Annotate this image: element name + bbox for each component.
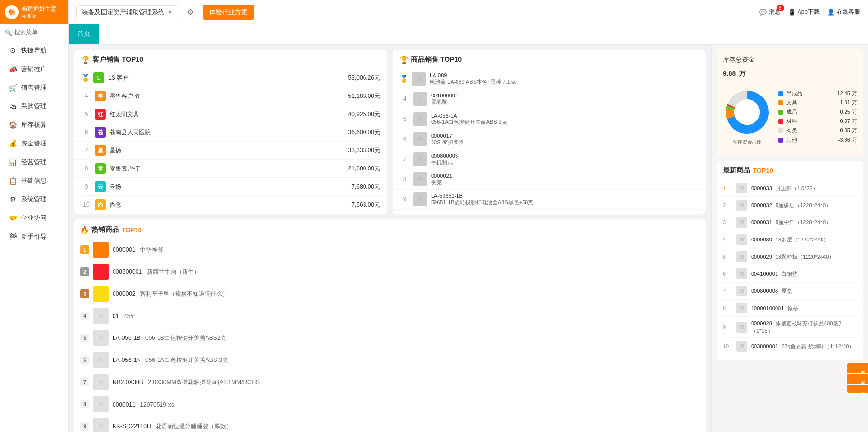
system-selector[interactable]: 装备及固定资产辅助管理系统 ▼ <box>76 5 178 19</box>
new-product-row: 5 图 0000029 18颗粒板（1220*2440） <box>723 248 857 265</box>
message-icon: 💬 <box>759 9 767 16</box>
messages-button[interactable]: 💬 消息 6 <box>759 8 780 16</box>
new-product-thumb: 图 <box>736 286 747 296</box>
app-download-button[interactable]: 📱 App下载 <box>788 8 820 16</box>
product-name: 雪地靴 <box>431 98 699 106</box>
sidebar-nav: ⊙快捷导航📣营销推广🛒销售管理🛍采购管理🏠库存核算💰资金管理📊经营管理📋基础信息… <box>0 41 68 246</box>
new-product-name: 原垒 <box>787 305 798 311</box>
logo-text: 畅捷通好生意 标准版 <box>22 5 57 20</box>
new-product-row: 8 图 10000100001 原垒 <box>723 300 857 317</box>
sidebar-item-quick-nav[interactable]: ⊙快捷导航 <box>0 41 68 60</box>
customer-avatar: 苍 <box>95 127 106 138</box>
new-product-info: 003800001 22g鱼豆腐-烧烤味（1*12*20） <box>751 343 857 350</box>
customer-row: 🥇 L LS 客户 53,006.26元 <box>74 69 387 87</box>
product-card-header: 🏆 商品销售 TOP10 <box>393 50 706 69</box>
hot-product-code: LA-056-1B <box>113 335 140 341</box>
new-product-rank: 1 <box>723 185 732 191</box>
product-code: 0000021 <box>431 173 699 179</box>
hot-product-name: 2.0X30MM双搓花轴搓花直径2.1MM/ROHS <box>148 379 260 385</box>
sidebar-item-purchase[interactable]: 🛍采购管理 <box>0 97 68 116</box>
hot-top-badge: TOP10 <box>122 226 142 234</box>
inventory-icon: 🏠 <box>8 121 17 129</box>
customer-avatar: 红 <box>95 109 106 120</box>
new-product-name: 5厘多层（1220*2440） <box>776 202 831 208</box>
product-row: 6 图 0000017 10S 变扭罗浆 <box>393 129 706 149</box>
rank-number: 10 <box>81 201 91 208</box>
inventory-unit: 万 <box>739 70 746 77</box>
new-product-row: 4 图 0000030 18多层（1220*2440） <box>723 231 857 248</box>
product-name: 59651-1B旋转投影灯电池盒ABS黑色+58克 <box>431 199 699 206</box>
sidebar-item-newbie[interactable]: 🏁新手引导 <box>0 227 68 246</box>
new-product-name: 18颗粒板（1220*2440） <box>776 254 834 260</box>
new-product-code: 0000031 <box>751 219 772 225</box>
sidebar-item-sales[interactable]: 🛒销售管理 <box>0 78 68 97</box>
rank-badge: 6 <box>80 356 89 364</box>
sidebar-item-marketing[interactable]: 📣营销推广 <box>0 60 68 78</box>
hot-product-code: NB2.0X30B <box>113 379 143 385</box>
new-product-thumb: 图 <box>736 183 747 193</box>
sidebar-logo: 畅 畅捷通好生意 标准版 <box>0 0 68 24</box>
inventory-value: 9.88 <box>723 70 736 77</box>
inventory-amount: 9.88 万 <box>723 66 857 79</box>
legend-item: 其他 -3.86 万 <box>778 136 857 144</box>
new-product-thumb: 图 <box>736 217 747 228</box>
sidebar-item-operations[interactable]: 📊经营管理 <box>0 153 68 171</box>
product-row: 8 图 0000021 夹克 <box>393 169 706 190</box>
customer-row: 7 星 星扬 33,333.00元 <box>74 142 387 160</box>
sidebar-item-cooperation[interactable]: 🤝企业协同 <box>0 209 68 227</box>
customer-row: 9 云 云扬 7,680.00元 <box>74 178 387 196</box>
customer-avatar: 尚 <box>95 199 106 210</box>
sidebar-item-label: 采购管理 <box>21 102 46 111</box>
customer-amount: 40,925.00元 <box>348 110 380 119</box>
online-service-button[interactable]: 👤 在线客服 <box>827 8 860 16</box>
customer-name: 星扬 <box>110 146 344 155</box>
quick-nav-icon: ⊙ <box>8 47 17 54</box>
settings-button[interactable]: ⚙ <box>183 5 198 20</box>
hot-product-info: 0000011 12070519-xs <box>113 401 700 408</box>
hot-products-title: 🔥 热销商品 TOP10 <box>80 225 700 234</box>
new-product-rank: 5 <box>723 254 732 260</box>
product-info: 000800005 手机测试 <box>431 153 699 166</box>
sidebar-item-system[interactable]: ⚙系统管理 <box>0 190 68 209</box>
sidebar-item-finance[interactable]: 💰资金管理 <box>0 134 68 153</box>
sidebar-item-label: 资金管理 <box>21 139 46 148</box>
customer-hotline-button[interactable]: 客服热线 <box>847 363 868 373</box>
new-product-thumb: 图 <box>736 322 747 333</box>
sidebar-item-label: 基础信息 <box>21 176 46 185</box>
rank-number: 9 <box>81 183 91 190</box>
new-product-row: 9 图 0000028 体威荔枝味苏打饮品400毫升（1*15） <box>723 317 857 338</box>
sidebar-item-inventory[interactable]: 🏠库存核算 <box>0 116 68 134</box>
marketing-icon: 📣 <box>8 65 17 73</box>
legend-label: 材料 <box>786 118 797 125</box>
search-icon: 🔍 <box>5 29 12 36</box>
legend-label: 其他 <box>786 136 797 144</box>
hot-product-row: 2 000500001 新西兰牛肉（新牛） <box>80 261 700 283</box>
customer-avatar: 云 <box>95 181 106 192</box>
hot-product-row: 7 图 NB2.0X30B 2.0X30MM双搓花轴搓花直径2.1MM/ROHS <box>80 371 700 393</box>
hot-product-row: 3 0000002 智利车子里（规格不知道填什么） <box>80 283 700 305</box>
operations-icon: 📊 <box>8 158 17 166</box>
rank-badge: 9 <box>80 422 89 431</box>
live-stream-button[interactable]: 直播 <box>847 385 868 393</box>
new-product-code: 10000100001 <box>751 305 784 311</box>
legend-value: 1.01 万 <box>840 99 857 106</box>
service-community-button[interactable]: 服务社区 <box>847 374 868 384</box>
rank-badge: 8 <box>80 400 89 408</box>
tab-home[interactable]: 首页 <box>69 24 99 44</box>
customer-name: 红太阳文具 <box>110 110 344 119</box>
customer-name: LS 客户 <box>108 74 344 82</box>
rank-badge: 2 <box>80 267 89 276</box>
trial-button[interactable]: 体验行业方案 <box>203 5 254 20</box>
sidebar-item-label: 快捷导航 <box>21 46 46 55</box>
hot-product-info: LA-056-1B 056-1B白色按键开关盖ABS2克 <box>113 334 700 342</box>
hot-product-row: 9 图 KK-SD22110H 花语萌恒温分腿睡袋（厚款） <box>80 415 700 432</box>
search-menu[interactable]: 🔍 搜索菜单 <box>0 24 68 41</box>
chart-label: 库存资金占比 <box>732 139 762 145</box>
legend-item: 肉类 -0.05 万 <box>778 127 857 134</box>
legend-value: 0.25 万 <box>840 108 857 116</box>
hot-product-info: NB2.0X30B 2.0X30MM双搓花轴搓花直径2.1MM/ROHS <box>113 378 700 386</box>
sidebar-item-base[interactable]: 📋基础信息 <box>0 171 68 190</box>
new-product-code: 000800008 <box>751 288 778 294</box>
new-product-row: 6 图 004100001 白钢垫 <box>723 265 857 283</box>
new-product-name: 原垒 <box>781 288 792 294</box>
